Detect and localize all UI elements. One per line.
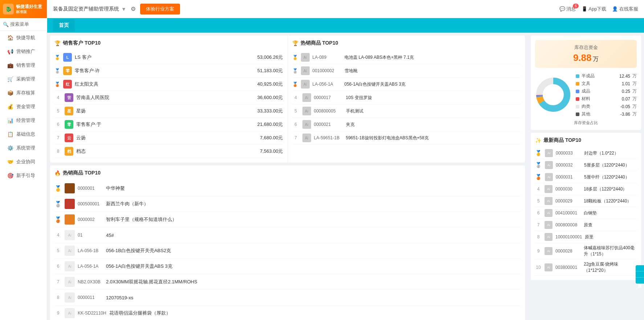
legend-unit: 万 [632,73,637,79]
hot-rank-num: 7 [54,279,62,284]
hot-products-list: 🥇 0000001 中华神鳌 🥈 000500001 新西兰牛肉（新牛） 🥉 0… [54,181,521,320]
inventory-chart-area: 半成品 12.45 万 文具 1.01 万 成品 0.25 万 材料 0.07 … [535,72,637,118]
new-rank-num: 5 [535,198,542,204]
hot-product-row: 6 Ai LA-056-1A 056-1A白色按键开关盖ABS 3克 [54,259,521,274]
legend-dot [576,112,579,116]
topbar-right: 💬 消息 6 📱 App下载 👤 在线客服 [559,6,638,12]
sidebar-item-2[interactable]: 💼销售管理 [0,58,47,72]
sidebar-label-9: 企业协同 [16,159,35,165]
service-icon: 👤 [612,6,618,12]
customer-avatar: 零 [63,66,72,75]
sidebar-item-10[interactable]: 🎯新手引导 [0,169,47,182]
legend-dot [576,97,579,101]
customer-name: LS 客户 [75,54,254,61]
sidebar-icon-1: 📢 [7,49,13,54]
sidebar-item-0[interactable]: 🏠快捷导航 [0,31,47,45]
floating-buttons: 客服热线 服务社区 直播 [636,265,644,284]
new-product-row: 4 Ai 0000030 18多层（1220*2440） [535,183,637,195]
new-products-list: 🥇 Ai 0000033 封边带（1.0*22） 🥈 Ai 0000032 5厘… [535,147,637,276]
sidebar-item-3[interactable]: 🛒采购管理 [0,72,47,86]
dropdown-arrow-icon[interactable]: ▼ [121,6,126,12]
inventory-value: 9.88 [573,52,592,63]
new-product-code: 0000031 [556,175,581,180]
customer-rank-row: 🥉 红 红太阳文具 40,925.00元 [54,78,283,91]
new-product-icon: Ai [545,173,553,181]
product-thumb-placeholder: Ai [65,246,75,256]
trophy-icon2: 🏆 [292,40,298,46]
hot-products-panel: 🔥 热销商品 TOP10 🥇 0000001 中华神鳌 🥈 000500001 … [50,165,525,320]
message-button[interactable]: 💬 消息 6 [559,6,576,12]
new-product-code: 004100001 [555,210,581,216]
sidebar-label-6: 经营管理 [16,117,35,124]
customer-amount: 33,333.00元 [257,108,283,114]
sidebar-item-4[interactable]: 📦库存核算 [0,86,47,100]
product-image [65,214,75,225]
inventory-unit: 万 [593,56,599,62]
new-product-name: 封边带（1.0*22） [584,150,637,156]
product-name: 59651-1B旋转投影灯电池盒ABS黑色+58克 [346,135,521,141]
main-wrapper: 装备及固定资产辅助管理系统 ▼ ⚙ 体验行业方案 💬 消息 6 📱 App下载 … [47,0,644,320]
legend-unit: 万 [632,103,637,110]
new-product-icon: Ai [545,197,553,205]
trophy-icon: 🏆 [54,40,61,46]
tab-home[interactable]: 首页 [53,19,75,32]
svg-point-5 [543,85,563,105]
new-product-row: 9 Ai 0000028 体喊嘉核味苏打饮品400毫升（1*15） [535,243,637,259]
new-rank-num: 9 [535,249,542,254]
sidebar-icon-0: 🏠 [7,35,13,41]
customer-amount: 51,183.00元 [257,67,283,74]
sidebar-item-5[interactable]: 💰资金管理 [0,100,47,114]
legend-dot [576,74,579,78]
new-product-name: 原垩 [585,234,637,240]
sidebar-label-8: 系统管理 [16,145,35,151]
online-service-button[interactable]: 👤 在线客服 [612,6,638,12]
sidebar-item-1[interactable]: 📢营销推广 [0,45,47,58]
product-medal-icon: 🥈 [292,68,298,74]
float-btn-live[interactable]: 直播 [636,278,644,284]
hot-product-name: 花语萌侣温分腿裤袋（厚款） [109,310,521,316]
legend-item: 文具 1.01 万 [576,80,637,87]
app-download-label: App下载 [588,6,606,12]
sidebar-icon-9: 🤝 [7,159,13,165]
product-thumb: Ai [301,66,310,75]
sidebar-item-7[interactable]: 📋基础信息 [0,127,47,141]
legend-item: 其他 -3.86 万 [576,110,637,118]
hot-product-code: 0000001 [78,186,103,191]
hot-product-name: 中华神鳌 [106,185,521,192]
message-icon: 💬 [559,6,565,12]
sidebar-item-8[interactable]: ⚙️系统管理 [0,141,47,155]
sidebar-icon-6: 📊 [7,118,13,123]
sidebar-search[interactable]: 🔍 搜索菜单 [0,18,47,31]
sidebar-item-9[interactable]: 🤝企业协同 [0,155,47,169]
settings-icon[interactable]: ⚙ [131,5,136,12]
customer-name: 云扬 [76,135,257,141]
legend-name: 其他 [582,111,618,117]
customer-avatar: 云 [65,134,73,142]
new-medal-icon: 🥈 [535,162,542,168]
legend-dot [576,105,579,108]
trial-button[interactable]: 体验行业方案 [140,4,180,15]
new-icon: ✨ [535,138,541,143]
product-name: 10S 变扭罗旋 [346,95,521,101]
new-product-icon: Ai [545,209,553,217]
sidebar-item-6[interactable]: 📊经营管理 [0,114,47,127]
legend-dot [576,82,579,86]
customer-rank-row: 5 星 星扬 33,333.00元 [54,104,283,118]
legend-name: 成品 [582,88,620,94]
float-btn-community[interactable]: 服务社区 [636,271,644,278]
legend-name: 文具 [582,81,620,87]
legend-dot [576,90,579,93]
hot-product-row: 🥉 0000002 智利车子里（规格不知道填什么） [54,212,521,227]
sidebar-label-2: 销售管理 [16,62,35,69]
new-rank-num: 7 [535,222,542,227]
product-name: 夹克 [346,122,521,128]
customer-ranking-title: 🏆 销售客户 TOP10 [54,40,283,46]
app-download-button[interactable]: 📱 App下载 [582,6,606,12]
new-rank-num: 10 [535,265,542,270]
legend-item: 半成品 12.45 万 [576,72,637,80]
customer-rank-row: 8 档 档态 7,563.00元 [54,145,283,158]
medal-icon: 🥈 [54,68,60,74]
legend-item: 成品 0.25 万 [576,87,637,95]
float-btn-service[interactable]: 客服热线 [636,265,644,271]
customer-amount: 21,680.00元 [257,121,283,128]
